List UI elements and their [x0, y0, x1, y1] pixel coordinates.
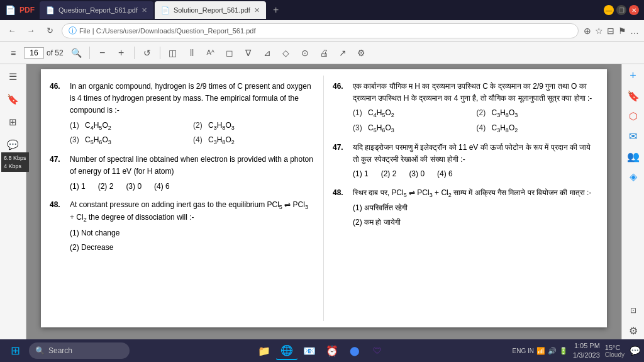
network-badge: 6.8 Kbps 4 Kbps — [1, 152, 29, 172]
back-button[interactable]: ← — [5, 24, 19, 38]
menu-button[interactable]: ≡ — [5, 45, 21, 61]
rs-office-icon[interactable]: ⬡ — [625, 107, 642, 125]
q46r-opt3: (3) C5H6O3 — [353, 122, 475, 135]
zoom-out-button[interactable]: − — [94, 45, 111, 61]
rs-settings-icon[interactable]: ⚙ — [625, 322, 642, 339]
annotation-button[interactable]: ⊿ — [259, 45, 275, 61]
rotate-button[interactable]: ↺ — [139, 45, 155, 61]
wifi-icon[interactable]: 📶 — [536, 347, 545, 355]
two-page-button[interactable]: ǀǀ — [184, 45, 200, 61]
tab-solution-report[interactable]: 📄 Solution_Report_561.pdf ✕ — [155, 1, 266, 19]
main-area: 6.8 Kbps 4 Kbps ☰ 🔖 ⊞ 💬 46. In an organi… — [0, 64, 644, 339]
rs-teams-icon[interactable]: 👥 — [625, 147, 642, 165]
new-tab-button[interactable]: + — [267, 2, 285, 18]
taskbar-search[interactable]: 🔍 Search — [29, 342, 130, 359]
settings-icon[interactable]: … — [630, 26, 639, 36]
tab-label-1: Question_Report_561.pdf — [58, 6, 138, 14]
page-info: 16 of 52 — [24, 47, 64, 59]
tab-icon-2: 📄 — [161, 6, 170, 14]
q48r-text: स्थिर दाब पर, PCl5 ⇌ PCl3 + Cl2 साम्य मे… — [353, 187, 598, 200]
feedback-icon[interactable]: ⚑ — [618, 26, 626, 36]
share-button[interactable]: ↗ — [335, 45, 351, 61]
select-button[interactable]: ◻ — [221, 45, 238, 61]
q46r-options: (1) C4H5O2 (2) C3H8O3 (3) C5H6O3 (4) — [353, 107, 598, 135]
left-sidebar: ☰ 🔖 ⊞ 💬 — [0, 64, 26, 339]
tab-close-1[interactable]: ✕ — [142, 6, 147, 14]
zoom-in-button[interactable]: + — [113, 45, 130, 61]
minimize-button[interactable]: — — [604, 5, 614, 15]
refresh-button[interactable]: ↻ — [43, 24, 57, 38]
clock-time: 1:05 PM — [573, 341, 600, 351]
start-button[interactable]: ⊞ — [4, 341, 26, 360]
q48r-header: 48. स्थिर दाब पर, PCl5 ⇌ PCl3 + Cl2 साम्… — [333, 187, 598, 200]
font-button[interactable]: Aᴬ — [203, 45, 219, 61]
collections-icon[interactable]: ⊟ — [607, 26, 614, 36]
battery-icon[interactable]: 🔋 — [559, 347, 568, 355]
page-total: of 52 — [47, 48, 64, 57]
window-controls: — ❐ ✕ — [604, 5, 639, 15]
notification-icon[interactable]: 💬 — [630, 346, 640, 356]
q47-text: Number of spectral line obtained when el… — [70, 154, 314, 178]
rs-collections-icon[interactable]: ◈ — [625, 167, 642, 185]
extensions-icon[interactable]: ⊕ — [584, 26, 591, 36]
comment-button[interactable]: ⊙ — [297, 45, 313, 61]
tab-close-2[interactable]: ✕ — [254, 6, 260, 14]
q48-opt2: (2) Decrease — [70, 242, 314, 254]
taskbar-app-chrome[interactable]: ⬤ — [344, 341, 365, 360]
rs-expand-icon[interactable]: ⊡ — [625, 302, 642, 319]
q48r-num: 48. — [333, 187, 348, 200]
taskbar-search-icon: 🔍 — [35, 346, 45, 355]
tab-label-2: Solution_Report_561.pdf — [174, 6, 250, 14]
question-47-right: 47. यदि हाइड्रोजन परमाणु में इलेक्ट्रॉन … — [333, 142, 598, 181]
maximize-button[interactable]: ❐ — [616, 5, 626, 15]
q47-opt3: (3) 0 — [126, 181, 142, 193]
question-46-right: 46. एक कार्बानक यौगिक म H का द्रव्यमान उ… — [333, 81, 598, 135]
sidebar-nav-icon[interactable]: ☰ — [3, 67, 23, 87]
rs-outlook-icon[interactable]: ✉ — [625, 127, 642, 145]
weather-widget[interactable]: 15°C Cloudy — [605, 344, 625, 358]
page-number-input[interactable]: 16 — [24, 47, 44, 59]
taskbar-app-clock[interactable]: ⏰ — [321, 341, 343, 360]
taskbar-app-mail[interactable]: 📧 — [299, 341, 320, 360]
address-input[interactable]: ⓘ File | C:/Users/user/Downloads/Questio… — [62, 23, 579, 38]
taskbar-app-vpn[interactable]: 🛡 — [367, 341, 388, 360]
q46r-text: एक कार्बानक यौगिक म H का द्रव्यमान उपस्थ… — [353, 81, 598, 105]
more-tools-button[interactable]: ⚙ — [353, 45, 370, 61]
q47-options: (1) 1 (2) 2 (3) 0 (4) 6 — [70, 181, 314, 193]
pdf-icon: PDF — [19, 6, 35, 14]
q47r-opt2: (2) 2 — [381, 168, 397, 180]
fit-page-button[interactable]: ◫ — [165, 45, 181, 61]
taskbar-clock[interactable]: 1:05 PM 1/3/2023 — [573, 341, 600, 361]
print-button[interactable]: 🖨 — [316, 45, 332, 61]
q46-opt2: (2) C3H8O3 — [193, 120, 314, 133]
sidebar-bookmark-icon[interactable]: 🔖 — [3, 89, 23, 110]
q48-text: At constant pressure on adding inert gas… — [70, 199, 314, 225]
forward-button[interactable]: → — [24, 24, 38, 38]
q46r-header: 46. एक कार्बानक यौगिक म H का द्रव्यमान उ… — [333, 81, 598, 105]
lang-indicator[interactable]: ENG IN — [513, 348, 534, 354]
q46-options: (1) C4H5O2 (2) C3H8O3 (3) C5H6O3 (4) — [70, 120, 314, 148]
favorites-icon[interactable]: ☆ — [595, 26, 603, 36]
hand-tool-button[interactable]: ∇ — [240, 45, 257, 61]
rs-bookmark-icon[interactable]: 🔖 — [625, 87, 642, 105]
taskbar-app-edge[interactable]: 🌐 — [276, 341, 297, 360]
pdf-right-column: 46. एक कार्बानक यौगिक म H का द्रव्यमान उ… — [324, 76, 607, 321]
q47r-header: 47. यदि हाइड्रोजन परमाणु में इलेक्ट्रॉन … — [333, 142, 598, 166]
taskbar-app-files[interactable]: 📁 — [253, 341, 275, 360]
question-47-left: 47. Number of spectral line obtained whe… — [50, 154, 314, 193]
close-button[interactable]: ✕ — [629, 5, 639, 15]
highlight-button[interactable]: ◇ — [278, 45, 294, 61]
q48-header: 48. At constant pressure on adding inert… — [50, 199, 314, 225]
sound-icon[interactable]: 🔊 — [548, 347, 557, 355]
q47r-text: यदि हाइड्रोजन परमाणु में इलेक्ट्रॉन को 1… — [353, 142, 598, 166]
sidebar-layers-icon[interactable]: ⊞ — [3, 112, 23, 132]
search-toolbar-button[interactable]: 🔍 — [69, 45, 85, 61]
net-speed-1: 6.8 Kbps — [4, 154, 26, 162]
q47-opt1: (1) 1 — [70, 181, 86, 193]
q47r-opt3: (3) 0 — [409, 168, 425, 180]
info-icon: ⓘ — [69, 25, 77, 37]
q48r-opt2: (2) कम हो जायेगी — [353, 217, 598, 229]
rs-plus-icon[interactable]: + — [625, 67, 642, 84]
tab-question-report[interactable]: 📄 Question_Report_561.pdf ✕ — [40, 1, 153, 19]
question-46-left: 46. In an organic compound, hydrogen is … — [50, 81, 314, 147]
